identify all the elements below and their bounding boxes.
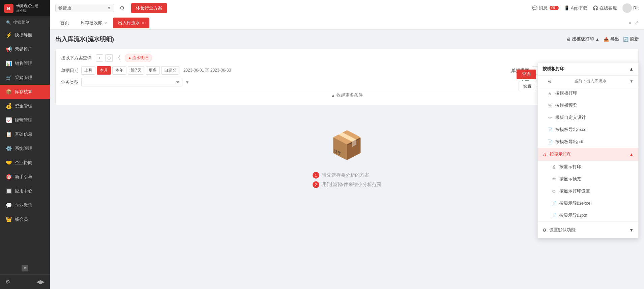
dropdown-default-settings[interactable]: ⚙ 设置默认功能 ▼: [543, 225, 634, 235]
tab-inout-flow-close[interactable]: ×: [142, 21, 144, 25]
settings-button[interactable]: 设置: [519, 81, 536, 91]
template-preview-label: 按模板预览: [555, 102, 577, 108]
sidebar-item-guide[interactable]: 🎯 新手引导: [0, 170, 50, 184]
chevron-up-icon: ▲: [331, 93, 335, 98]
refresh-action[interactable]: 🔄 刷新: [623, 36, 639, 42]
sidebar-item-basic[interactable]: 📋 基础信息: [0, 127, 50, 141]
more-actions-icon[interactable]: ···: [509, 70, 514, 79]
dropdown-chevron-up[interactable]: ▲: [629, 67, 634, 72]
template-custom-label: 模板自定义设计: [555, 114, 586, 121]
filter-date-range-text: 2023-06-01 至 2023-06-30: [183, 68, 231, 73]
user-avatar-button[interactable]: Rit: [622, 3, 639, 13]
template-export-excel-icon: 📄: [547, 127, 553, 132]
display-settings-icon: ⚙: [551, 188, 557, 194]
window-buttons: × ⤢: [628, 20, 639, 26]
dropdown-template-export-excel[interactable]: 📄 按模板导出excel: [538, 124, 638, 136]
filter-date-last-month[interactable]: 上月: [81, 66, 95, 75]
dropdown-display-print[interactable]: 🖨 按显示打印: [538, 161, 638, 173]
window-expand-btn[interactable]: ⤢: [634, 20, 639, 26]
page-title-row: 出入库流水(流水明细) 🖨 按模板打印 ▲ 📤 导出 🔄 刷新: [55, 35, 639, 43]
sidebar-item-purchase[interactable]: 🛒 采购管理: [0, 71, 50, 85]
tab-inventory-batch[interactable]: 库存批次账 ×: [76, 18, 112, 28]
tab-inout-flow-label: 出入库流水: [118, 20, 140, 26]
filter-date-more[interactable]: 更多: [146, 66, 160, 75]
message-button[interactable]: 💬 消息 99+: [532, 5, 559, 11]
empty-step-2: 2 用[过滤]条件来缩小分析范围: [313, 181, 381, 188]
dropdown-display-print-settings[interactable]: ⚙ 按显示打印设置: [538, 185, 638, 197]
dropdown-current-chevron[interactable]: ▼: [630, 79, 634, 84]
sidebar-item-system[interactable]: ⚙️ 系统管理: [0, 141, 50, 156]
filter-tag[interactable]: ● 流水明细: [125, 54, 152, 62]
template-export-excel-label: 按模板导出excel: [555, 127, 587, 133]
filter-add-btn[interactable]: +: [96, 54, 103, 62]
dropdown-template-custom[interactable]: ✏ 模板自定义设计: [538, 111, 638, 124]
filter-business-type-label: 业务类型: [61, 79, 79, 85]
dropdown-display-export-pdf[interactable]: 📄 按显示导出pdf: [538, 209, 638, 221]
sidebar-item-finance[interactable]: 💰 资金管理: [0, 99, 50, 113]
sidebar-search[interactable]: 🔍 搜索菜单: [0, 17, 50, 28]
topbar-dropdown-icon[interactable]: ▼: [107, 5, 111, 10]
sidebar-item-label: 企业协同: [15, 160, 32, 166]
current-icon: 🖨: [547, 79, 551, 84]
query-button[interactable]: 查询: [517, 70, 536, 79]
display-print-label: 按显示打印: [559, 164, 581, 170]
display-preview-label: 按显示预览: [559, 176, 581, 182]
sidebar-item-enterprise-wechat[interactable]: 💬 企业微信: [0, 198, 50, 212]
filter-date-7days[interactable]: 近7天: [128, 66, 144, 75]
export-action[interactable]: 📤 导出: [604, 36, 619, 42]
finance-icon: 💰: [5, 103, 12, 109]
filter-date-group: 上月 本月 本年 近7天 更多 自定义: [81, 66, 179, 75]
filter-tag-icon: ●: [128, 56, 131, 60]
online-service-button[interactable]: 🎧 在线客服: [593, 5, 617, 11]
window-close-btn[interactable]: ×: [628, 20, 632, 26]
sidebar-item-label: 销售管理: [15, 60, 32, 67]
filter-date-this-year[interactable]: 本年: [112, 66, 126, 75]
tab-inout-flow[interactable]: 出入库流水 ×: [113, 18, 149, 28]
tab-home[interactable]: 首页: [55, 18, 74, 28]
filter-settings-btn[interactable]: ⊙: [105, 54, 113, 62]
sidebar-item-marketing[interactable]: 📢 营销推广: [0, 42, 50, 56]
collapse-sidebar-icon[interactable]: ◀▶: [36, 279, 45, 285]
display-section-chevron: ▲: [629, 152, 634, 157]
sidebar-item-label: 基础信息: [15, 131, 32, 137]
topbar-gear-button[interactable]: ⚙: [117, 3, 127, 13]
tab-inventory-batch-close[interactable]: ×: [105, 21, 107, 25]
sidebar-item-label: 库存核算: [15, 89, 32, 95]
trial-btn[interactable]: 体验行业方案: [131, 3, 167, 13]
sidebar-item-label: 新手引导: [15, 174, 32, 180]
dropdown-display-preview[interactable]: 👁 按显示预览: [538, 173, 638, 185]
filter-business-type-select[interactable]: [81, 78, 182, 86]
sidebar-search-label: 搜索菜单: [13, 20, 29, 25]
dropdown-display-section[interactable]: 🖨 按显示打印 ▲: [538, 148, 638, 161]
dropdown-template-export-pdf[interactable]: 📄 按模板导出pdf: [538, 136, 638, 148]
sidebar-item-cooperate[interactable]: 🤝 企业协同: [0, 156, 50, 170]
export-label: 导出: [610, 36, 619, 42]
sidebar-item-sales[interactable]: 📊 销售管理: [0, 56, 50, 71]
sidebar-scroll-down[interactable]: ▼: [22, 265, 28, 271]
sidebar-item-operation[interactable]: 📈 经营管理: [0, 113, 50, 127]
dropdown-template-print[interactable]: 🖨 按模板打印: [538, 87, 638, 99]
sidebar-item-app-center[interactable]: 🔲 应用中心: [0, 184, 50, 198]
sidebar-item-member[interactable]: 👑 畅会员: [0, 212, 50, 227]
operation-icon: 📈: [5, 117, 12, 124]
settings-footer-icon[interactable]: ⚙: [5, 279, 10, 285]
dropdown-template-preview[interactable]: 👁 按模板预览: [538, 99, 638, 111]
basic-icon: 📋: [5, 131, 12, 138]
sidebar-item-label: 资金管理: [15, 103, 32, 109]
filter-date-this-month[interactable]: 本月: [97, 66, 111, 75]
sidebar-item-quick-nav[interactable]: ⚡ 快捷导航: [0, 28, 50, 42]
dropdown-display-export-excel[interactable]: 📄 按显示导出excel: [538, 197, 638, 209]
print-action[interactable]: 🖨 按模板打印 ▲: [566, 36, 599, 42]
filter-tag-label: 流水明细: [132, 55, 148, 61]
filter-date-custom[interactable]: 自定义: [161, 66, 179, 75]
topbar-search-input[interactable]: [58, 5, 106, 10]
filter-collapse-arrow[interactable]: 《: [115, 54, 121, 61]
message-label: 消息: [539, 5, 548, 11]
app-download-button[interactable]: 📱 App下载: [564, 5, 587, 11]
sidebar-item-inventory[interactable]: 📦 库存核算: [0, 85, 50, 99]
template-custom-icon: ✏: [547, 115, 553, 120]
step-2-num: 2: [313, 181, 319, 188]
filter-date-label: 单据日期: [61, 68, 79, 74]
display-export-pdf-label: 按显示导出pdf: [559, 212, 587, 218]
quick-nav-icon: ⚡: [5, 32, 12, 38]
